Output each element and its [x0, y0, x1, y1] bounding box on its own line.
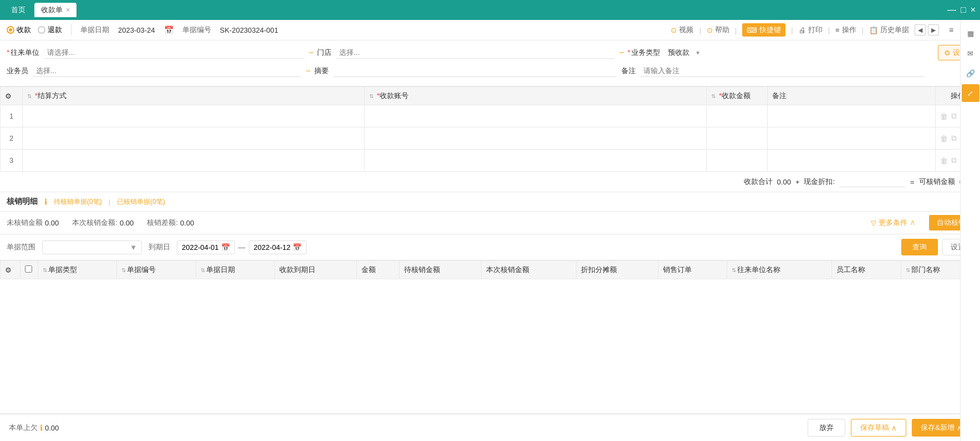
writeoff-info-icon[interactable]: ℹ [44, 197, 47, 206]
more-conditions-button[interactable]: ▽ 更多条件 ∧ [871, 218, 916, 228]
date-value[interactable]: 2023-03-24 [118, 26, 155, 34]
sort-arrows-amount[interactable]: ⇅ [711, 93, 716, 99]
bottom-right-actions: 放弃 保存草稿 ∧ 保存&新增 ∧ [808, 419, 971, 437]
form-area: 往来单位 ··· 门店 ··· 业务类型 预收款 ▼ ⚙ 设置 [0, 40, 980, 86]
date-to-input[interactable]: 2022-04-12 📅 [249, 240, 307, 254]
filter-icon: ▽ [871, 219, 876, 227]
summary-label: 摘要 [314, 66, 329, 76]
save-draft-button[interactable]: 保存草稿 ∧ [851, 419, 906, 437]
row-settlement-2[interactable] [23, 127, 365, 150]
row-notes-1[interactable] [768, 105, 936, 127]
divider-5: | [862, 26, 864, 34]
date-from-input[interactable]: 2022-04-01 📅 [177, 240, 235, 254]
staff-more-icon[interactable]: ··· [305, 66, 309, 76]
row-amount-2[interactable] [707, 127, 768, 150]
business-type-arrow[interactable]: ▼ [695, 50, 701, 56]
counterparty-more-icon[interactable]: ··· [309, 48, 313, 58]
date-dash: — [238, 243, 246, 252]
business-type-value[interactable]: 预收款 [665, 46, 693, 59]
sort-arrows-account[interactable]: ⇅ [369, 93, 374, 99]
window-close-button[interactable]: × [971, 5, 976, 15]
save-draft-arrow: ∧ [891, 424, 897, 432]
history-button[interactable]: 📋 历史单据 [869, 25, 909, 35]
operation-button[interactable]: ≡ 操作 [835, 25, 856, 35]
row-delete-2[interactable]: 🗑 [940, 134, 948, 143]
payment-type-group: 收款 退款 [7, 25, 62, 35]
notes-input[interactable] [640, 65, 925, 77]
row-amount-1[interactable] [707, 105, 768, 127]
prev-arrow[interactable]: ◀ [915, 24, 926, 35]
sidebar-table-button[interactable]: ▦ [962, 24, 979, 42]
next-arrow[interactable]: ▶ [928, 24, 939, 35]
video-button[interactable]: ⊙ 视频 [671, 25, 693, 35]
row-account-2[interactable] [365, 127, 707, 150]
discard-button[interactable]: 放弃 [808, 419, 845, 437]
row-delete-1[interactable]: 🗑 [940, 112, 948, 121]
table-col-notes: 备注 [768, 87, 936, 105]
summary-section: 摘要 [314, 65, 617, 77]
print-icon: 🖨 [799, 26, 806, 34]
writeoff-title: 核销明细 [7, 197, 38, 207]
more-conditions-label: 更多条件 ∧ [879, 218, 916, 228]
print-button[interactable]: 🖨 打印 [799, 25, 823, 35]
bottom-info-icon[interactable]: ℹ [40, 423, 43, 432]
sort-doctype[interactable]: ⇅ [43, 267, 47, 273]
row-account-1[interactable] [365, 105, 707, 127]
sidebar-email-button[interactable]: ✉ [962, 44, 979, 62]
table-row: 2 🗑 ⧉ [1, 127, 980, 150]
btcol-gear[interactable]: ⚙ [1, 261, 21, 279]
tab-completed[interactable]: 已核销单据(0笔) [117, 197, 165, 207]
store-input[interactable] [336, 47, 615, 59]
query-button[interactable]: 查询 [901, 239, 938, 255]
active-tab[interactable]: 收款单 × [34, 3, 76, 17]
sort-docdate[interactable]: ⇅ [201, 267, 205, 273]
equals-label: = [910, 178, 915, 186]
row-copy-1[interactable]: ⧉ [951, 111, 957, 121]
radio-refund[interactable]: 退款 [38, 25, 62, 35]
sort-dept[interactable]: ⇅ [906, 267, 910, 273]
row-amount-3[interactable] [707, 150, 768, 172]
tab-close-icon[interactable]: × [66, 6, 70, 14]
discount-input[interactable] [839, 176, 906, 187]
bottom-value: 0.00 [45, 424, 59, 432]
sort-docnum[interactable]: ⇅ [121, 267, 126, 273]
counterparty-label: 往来单位 [7, 48, 39, 58]
toolbar-divider-1 [71, 24, 72, 35]
row-notes-2[interactable] [768, 127, 936, 150]
shortcut-button[interactable]: ⌨ 快捷键 [742, 23, 785, 37]
help-label: 帮助 [715, 25, 729, 35]
sort-arrows-settlement[interactable]: ⇅ [27, 93, 32, 99]
summary-input[interactable] [333, 65, 617, 77]
range-select[interactable]: ▼ [42, 240, 142, 254]
store-section: 门店 ··· [317, 47, 623, 59]
select-all-checkbox[interactable] [25, 265, 32, 273]
sidebar-expand-button[interactable]: ⤢ [962, 84, 979, 102]
btcol-checkbox[interactable] [21, 261, 38, 279]
save-draft-label: 保存草稿 [860, 423, 889, 433]
staff-input[interactable] [33, 65, 301, 77]
radio-receipt[interactable]: 收款 [7, 25, 31, 35]
list-view-button[interactable]: ≡ [945, 24, 958, 36]
date-from-icon: 📅 [221, 243, 230, 252]
row-account-3[interactable] [365, 150, 707, 172]
home-tab[interactable]: 首页 [4, 3, 32, 17]
row-copy-2[interactable]: ⧉ [951, 134, 957, 143]
store-more-icon[interactable]: ··· [619, 48, 623, 58]
sidebar-table-icon: ▦ [967, 29, 974, 38]
row-copy-3[interactable]: ⧉ [951, 156, 957, 165]
row-notes-3[interactable] [768, 150, 936, 172]
sort-counterparty[interactable]: ⇅ [732, 267, 736, 273]
divider-2: | [735, 26, 737, 34]
calendar-icon[interactable]: 📅 [164, 25, 173, 34]
help-button[interactable]: ⊙ 帮助 [707, 25, 729, 35]
table-col-gear[interactable]: ⚙ [1, 87, 23, 105]
tab-pending[interactable]: 待核销单据(0笔) [54, 197, 102, 207]
save-new-label: 保存&新增 [921, 423, 955, 433]
minimize-button[interactable]: — [947, 5, 956, 15]
row-settlement-3[interactable] [23, 150, 365, 172]
row-settlement-1[interactable] [23, 105, 365, 127]
row-delete-3[interactable]: 🗑 [940, 156, 948, 165]
sidebar-attachment-button[interactable]: 🔗 [962, 64, 979, 82]
maximize-button[interactable]: □ [961, 5, 966, 15]
counterparty-input[interactable] [44, 47, 304, 59]
